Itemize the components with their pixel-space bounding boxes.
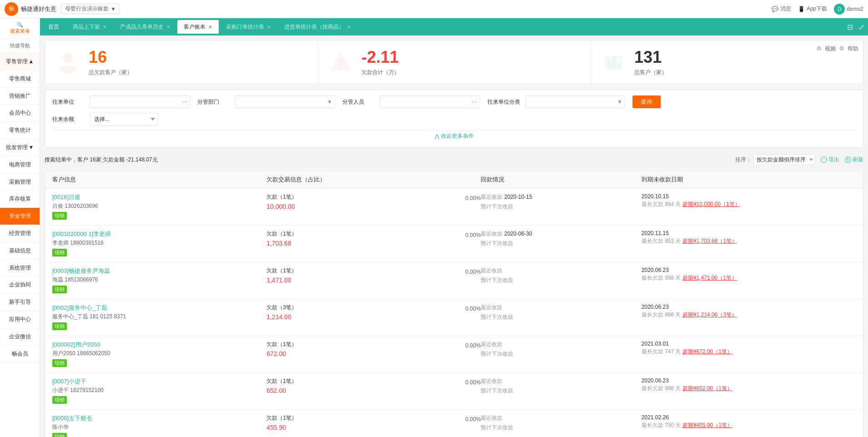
customer-tag: 现销 [52, 249, 67, 256]
overdue-link[interactable]: 超限¥10,000.00（1笔） [682, 201, 740, 207]
customer-phone: 李老师 18600391516 [52, 239, 266, 247]
sidebar-search[interactable]: 🔍 搜索菜单 [0, 18, 40, 39]
sidebar-item-retail-shop[interactable]: 零售商城 [0, 70, 40, 88]
app-download-btn[interactable]: 📱 App下载 [798, 5, 827, 13]
app-label: App下载 [807, 5, 827, 13]
sidebar: 🔍 搜索菜单 快捷导航 零售管理 ▲ 零售商城 营销推广 会员中心 [0, 18, 40, 437]
sidebar-item-basic-info[interactable]: 基础信息 [0, 242, 40, 260]
retail-stats-label: 零售统计 [9, 127, 31, 133]
corp-wechat-label: 企业微信 [9, 333, 31, 340]
sidebar-item-retail-stats[interactable]: 零售统计 [0, 122, 40, 139]
customer-name-link[interactable]: [0003]畅捷服务尹海蕊 [52, 267, 110, 274]
collection-cell: 最近收款 预计下次收款 [481, 341, 641, 358]
tab-product-shelf-label: 商品上下架 [73, 23, 100, 31]
filter-dept-input[interactable] [235, 95, 335, 108]
tab-product-history-label: 产成品入库单历史 [120, 23, 164, 31]
sidebar-item-inventory[interactable]: 库存核算 [0, 191, 40, 208]
sidebar-quicknav[interactable]: 快捷导航 [0, 39, 40, 53]
results-bar: 搜索结果中，客户 16家 欠款金额 -21,148.07元 排序： 按欠款金额倒… [45, 151, 863, 168]
user-avatar[interactable]: D demo2 [834, 4, 863, 15]
inventory-label: 库存核算 [9, 196, 31, 202]
sidebar-item-purchase[interactable]: 采购管理 [0, 174, 40, 191]
overdue-link[interactable]: 超限¥672.00（1笔） [682, 348, 733, 355]
overdue-link[interactable]: 超限¥1,214.00（3笔） [682, 311, 737, 318]
filter-category-input[interactable] [525, 95, 625, 108]
customer-name-link[interactable]: [0001020000 1]李老师 [52, 231, 111, 237]
sidebar-item-app-center[interactable]: 应用中心 [0, 311, 40, 328]
help-icon: ⊙ [839, 45, 844, 53]
message-label: 消息 [780, 5, 791, 13]
customer-name-link[interactable]: [0016]吕俊 [52, 194, 80, 201]
sidebar-item-corp-collab[interactable]: 企业协同 [0, 276, 40, 294]
tab-close-icon2[interactable]: × [166, 23, 170, 30]
overdue-link[interactable]: 超限¥652.00（1笔） [682, 385, 733, 392]
category-chevron-icon[interactable]: ▼ [617, 99, 622, 105]
purchase-label: 采购管理 [9, 179, 31, 185]
customer-name-link[interactable]: [000002]用户2050 [52, 341, 100, 348]
company-selector[interactable]: 母婴行业演示账套 ▼ [61, 4, 120, 14]
tab-close-icon3[interactable]: × [208, 23, 212, 30]
batch-mgmt-label: 批发管理 [6, 144, 28, 151]
tab-restore-icon[interactable]: ⊟ [845, 23, 855, 31]
dept-chevron-icon[interactable]: ▼ [327, 99, 332, 105]
tab-purchase-stats[interactable]: 进货单统计表（按商品） × [278, 20, 357, 34]
customer-name-link[interactable]: [0007]小进干 [52, 378, 86, 385]
tab-home[interactable]: 首页 [42, 20, 65, 34]
refresh-btn[interactable]: ↻ 刷新 [845, 156, 863, 164]
filter-balance-wrapper: 选择... [90, 113, 158, 126]
customer-info-cell: [0002]服务中心_丁磊 服务中心_丁磊 181 0125 8371 现销 [52, 304, 266, 330]
sort-select[interactable]: 按欠款金额倒序排序 [753, 154, 815, 165]
export-btn[interactable]: ↑ 导出 [821, 156, 839, 164]
customer-phone: 用户2050 18665062050 [52, 350, 266, 357]
filter-person-input[interactable] [380, 95, 480, 108]
company-arrow: ▼ [110, 6, 116, 12]
customer-name-link[interactable]: [0002]服务中心_丁磊 [52, 304, 107, 311]
sidebar-item-corp-wechat[interactable]: 企业微信 [0, 328, 40, 346]
sidebar-item-retail-mgmt[interactable]: 零售管理 ▲ [0, 53, 40, 70]
due-date: 2021.03.01 [642, 341, 856, 347]
filter-unit-input[interactable] [90, 95, 190, 108]
tab-close-icon4[interactable]: × [267, 23, 271, 30]
tab-purchase-order[interactable]: 采购订单统计表 × [220, 20, 277, 34]
sidebar-item-vip-member[interactable]: 畅会员 [0, 346, 40, 363]
person-dots-icon[interactable]: ··· [472, 98, 477, 106]
sidebar-item-operation[interactable]: 经营管理 [0, 225, 40, 242]
customer-name-link[interactable]: [0006]去下粮仓 [52, 415, 92, 422]
guide-label: 新手引导 [9, 299, 31, 305]
sidebar-item-marketing[interactable]: 营销推广 [0, 88, 40, 105]
message-btn[interactable]: 💬 消息 [772, 5, 791, 13]
header-due-date: 到期未收款日期 [642, 176, 856, 184]
header-left: 畅 畅捷通好生意 母婴行业演示账套 ▼ [5, 2, 120, 16]
tab-close-icon5[interactable]: × [347, 23, 351, 30]
overdue-link[interactable]: 超限¥1,703.68（1笔） [682, 238, 737, 244]
collapse-btn[interactable]: ⋀ 收起更多条件 [52, 130, 856, 142]
collection-plan: 预计下次收款 [481, 203, 641, 211]
query-button[interactable]: 查询 [632, 95, 661, 108]
svg-point-0 [63, 53, 73, 63]
sidebar-item-batch-mgmt[interactable]: 批发管理 ▼ [0, 139, 40, 156]
customer-info-cell: [0007]小进干 小进干 18279152100 现销 [52, 377, 266, 404]
arrow-icon: ▲ [29, 58, 34, 65]
sidebar-item-system[interactable]: 系统管理 [0, 260, 40, 277]
due-date-cell: 2021.03.01 最长欠款 747 天 超限¥672.00（1笔） [642, 341, 856, 356]
sidebar-item-member[interactable]: 会员中心 [0, 105, 40, 122]
overdue-link[interactable]: 超限¥455.90（1笔） [682, 422, 733, 428]
debt-info-cell: 欠款（3笔） 1,214.00 0.00% [266, 304, 481, 321]
overdue-link[interactable]: 超限¥1,471.00（1笔） [682, 275, 737, 281]
tab-customer-account[interactable]: 客户账本 × [177, 20, 218, 34]
tab-close-icon[interactable]: × [103, 23, 106, 30]
tab-product-shelf[interactable]: 商品上下架 × [66, 20, 113, 34]
tab-product-history[interactable]: 产成品入库单历史 × [114, 20, 176, 34]
debt-amount: 1,471.00 [266, 276, 456, 284]
table-row-0: [0016]吕俊 吕俊 13026203696 现销 欠款（1笔） 10,000… [45, 189, 863, 226]
stat-card-debt: -2.11 欠款合计（万） [318, 40, 591, 84]
sidebar-item-ecommerce[interactable]: 电商管理 [0, 156, 40, 174]
sidebar-item-finance[interactable]: 资金管理 [0, 208, 40, 225]
stat-info-debt: -2.11 欠款合计（万） [361, 48, 581, 76]
customer-tag: 现销 [52, 433, 67, 437]
unit-dots-icon[interactable]: ··· [181, 98, 187, 106]
filter-balance-select[interactable]: 选择... [90, 113, 158, 126]
sidebar-item-guide[interactable]: 新手引导 [0, 294, 40, 311]
filter-person-wrapper: ··· [380, 95, 480, 108]
tab-expand-icon[interactable]: ⤢ [857, 23, 866, 31]
